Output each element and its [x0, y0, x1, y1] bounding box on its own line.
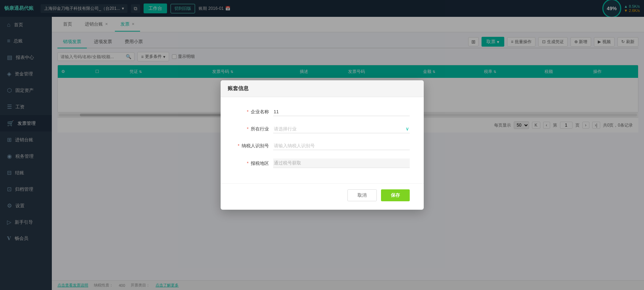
required-star: * — [247, 126, 249, 131]
industry-label: * 所在行业 — [235, 126, 273, 132]
dialog-body: * 企业名称 * 所在行业 请选择行业 ∨ — [221, 97, 424, 183]
industry-dropdown-arrow: ∨ — [406, 126, 409, 131]
required-star: * — [247, 161, 249, 166]
dialog-footer: 取消 保存 — [221, 183, 424, 210]
account-info-dialog: 账套信息 * 企业名称 * 所在行业 请选择行业 — [221, 80, 424, 210]
industry-select-wrapper: 请选择行业 ∨ — [273, 124, 410, 133]
modal-overlay: 账套信息 * 企业名称 * 所在行业 请选择行业 — [0, 0, 644, 290]
company-name-input[interactable] — [273, 108, 410, 116]
dialog-header: 账套信息 — [221, 80, 424, 97]
required-star: * — [238, 143, 240, 148]
form-row-tax-id: * 纳税人识别号 — [235, 142, 410, 150]
dialog-title: 账套信息 — [228, 85, 249, 91]
form-row-industry: * 所在行业 请选择行业 ∨ — [235, 124, 410, 133]
tax-region-display: 通过税号获取 — [273, 159, 410, 168]
form-row-tax-region: * 报税地区 通过税号获取 — [235, 159, 410, 168]
cancel-button[interactable]: 取消 — [347, 189, 377, 201]
tax-region-label: * 报税地区 — [235, 160, 273, 167]
company-name-label: * 企业名称 — [235, 109, 273, 115]
save-button[interactable]: 保存 — [381, 189, 410, 201]
tax-id-label: * 纳税人识别号 — [235, 143, 273, 149]
required-star: * — [247, 109, 249, 114]
form-row-company-name: * 企业名称 — [235, 108, 410, 116]
tax-id-input[interactable] — [273, 142, 410, 150]
industry-select[interactable]: 请选择行业 — [274, 126, 406, 131]
